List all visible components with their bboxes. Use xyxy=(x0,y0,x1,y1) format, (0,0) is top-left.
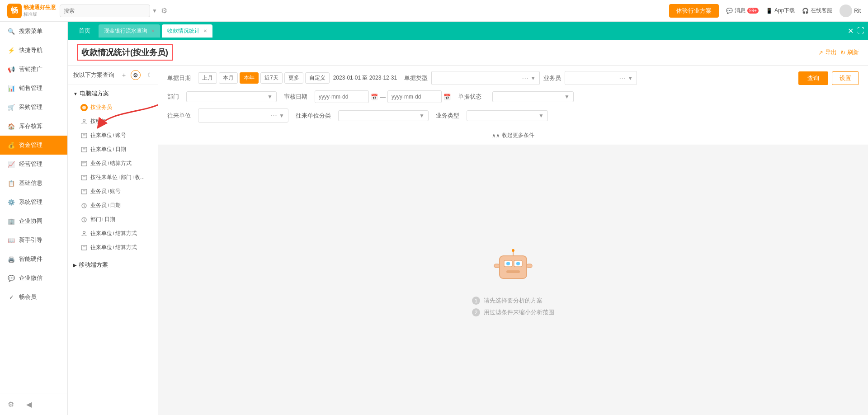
gear-scheme-btn[interactable]: ⚙ xyxy=(131,70,141,80)
scheme-item-salesperson-account[interactable]: 业务员+账号 xyxy=(68,184,158,198)
counterpart-select[interactable]: ··· ▼ xyxy=(198,108,288,123)
sidebar-item-smart-hw[interactable]: 🖨️ 智能硬件 xyxy=(0,250,67,269)
sidebar-item-system[interactable]: ⚙️ 系统管理 xyxy=(0,193,67,212)
filter-row-3: 往来单位 ··· ▼ 往来单位分类 ▼ 业务类型 xyxy=(167,108,859,123)
date-btn-this-month[interactable]: 本月 xyxy=(219,72,238,84)
tab-collect-stats[interactable]: 收款情况统计 ✕ xyxy=(162,24,212,38)
sales-icon: 📊 xyxy=(7,84,15,92)
collapse-panel-btn[interactable]: 《 xyxy=(142,70,152,80)
top-search-area: ▼ ⚙ xyxy=(60,5,167,17)
scheme-item-counterpart-date[interactable]: 往来单位+日期 xyxy=(68,142,158,156)
scheme-group-mobile-header[interactable]: ▶ 移动端方案 xyxy=(68,258,158,272)
scheme-item-counterpart-settlement1[interactable]: 往来单位+结算方式 xyxy=(68,226,158,241)
gear-settings-icon[interactable]: ⚙ xyxy=(161,6,167,15)
member-icon: ✓ xyxy=(7,293,15,301)
collapse-filter-btn[interactable]: ∧∧ 收起更多条件 xyxy=(492,132,534,139)
tab-close-bank-flow[interactable]: ✕ xyxy=(151,28,155,33)
logo-area: 畅 畅捷通好生意 标准版 xyxy=(7,4,56,18)
sidebar-item-marketing[interactable]: 📢 营销推广 xyxy=(0,60,67,79)
search-input[interactable] xyxy=(60,5,150,17)
voucher-type-more[interactable]: ··· xyxy=(522,73,528,83)
biz-type-select[interactable]: ▼ xyxy=(467,110,548,121)
sidebar-item-search-menu[interactable]: 🔍 搜索菜单 xyxy=(0,22,67,41)
scheme-item-by-detail[interactable]: 按明细 xyxy=(68,114,158,128)
scheme-group-mobile: ▶ 移动端方案 xyxy=(68,256,158,274)
scheme-item-counterpart-settlement2[interactable]: 往来单位+结算方式 xyxy=(68,241,158,255)
voucher-type-select[interactable]: ··· ▼ xyxy=(431,71,540,85)
sidebar-item-sales[interactable]: 📊 销售管理 xyxy=(0,79,67,98)
app-download-item[interactable]: 📱 App下载 xyxy=(766,7,795,14)
counterpart-dept-icon xyxy=(80,174,88,181)
voucher-status-arrow: ▼ xyxy=(564,94,570,100)
counterpart-settlement2-icon xyxy=(80,244,88,251)
scheme-item-counterpart-dept-collect[interactable]: 按往来单位+部门+收... xyxy=(68,170,158,184)
page-actions: ↗ 导出 ↻ 刷新 xyxy=(818,48,859,57)
svg-point-25 xyxy=(506,262,510,265)
date-btn-this-year[interactable]: 本年 xyxy=(240,72,259,84)
query-btn[interactable]: 查询 xyxy=(798,71,828,85)
message-item[interactable]: 💬 消息 99+ xyxy=(726,7,759,14)
empty-robot-icon xyxy=(491,242,536,288)
tab-close-all-btn[interactable]: ✕ xyxy=(848,27,854,35)
label-review-date: 审核日期 xyxy=(284,93,307,101)
counterpart-more[interactable]: ··· xyxy=(270,111,277,120)
dropdown-arrow-icon[interactable]: ▼ xyxy=(152,8,157,14)
refresh-btn[interactable]: ↻ 刷新 xyxy=(840,48,859,57)
voucher-status-select[interactable]: ▼ xyxy=(492,91,574,102)
sidebar-collapse-btn[interactable]: ◀ xyxy=(22,397,36,411)
scheme-item-salesperson-date[interactable]: 业务员+日期 xyxy=(68,198,158,212)
tab-close-collect-stats[interactable]: ✕ xyxy=(203,28,207,33)
calendar-icon-end[interactable]: 📅 xyxy=(443,94,451,100)
date-btn-last-7[interactable]: 近7天 xyxy=(260,72,283,84)
add-scheme-btn[interactable]: + xyxy=(119,70,129,80)
sidebar-settings-btn[interactable]: ⚙ xyxy=(4,397,18,411)
label-salesperson: 业务员 xyxy=(543,74,561,82)
date-separator: — xyxy=(380,94,386,100)
dept-select[interactable]: ▼ xyxy=(186,91,277,102)
salesperson-select[interactable]: ··· ▼ xyxy=(565,71,637,85)
collapse-icon: ∧∧ xyxy=(492,132,500,139)
trial-btn[interactable]: 体验行业方案 xyxy=(669,4,719,18)
sidebar-item-quick-nav[interactable]: ⚡ 快捷导航 xyxy=(0,41,67,60)
sidebar-item-member[interactable]: ✓ 畅会员 xyxy=(0,288,67,307)
sidebar-item-purchase[interactable]: 🛒 采购管理 xyxy=(0,98,67,117)
scheme-group-pc-header[interactable]: ▼ 电脑端方案 xyxy=(68,87,158,100)
tab-home[interactable]: 首页 xyxy=(71,23,98,38)
set-btn[interactable]: 设置 xyxy=(832,71,859,85)
sidebar-item-basic-info[interactable]: 📋 基础信息 xyxy=(0,174,67,193)
svg-rect-30 xyxy=(494,264,500,268)
review-date-end[interactable] xyxy=(387,90,442,103)
sidebar-item-inventory[interactable]: 🏠 库存核算 xyxy=(0,117,67,136)
salesperson-account-icon xyxy=(80,188,88,195)
scheme-item-dept-date[interactable]: 部门+日期 xyxy=(68,212,158,226)
content-area: 首页 现金银行流水查询 ✕ 收款情况统计 ✕ ✕ ⛶ 收款情况统计(按业务员) … xyxy=(68,22,868,415)
group-expand-icon: ▼ xyxy=(73,91,78,96)
salesperson-more[interactable]: ··· xyxy=(619,73,626,83)
sidebar-item-corp-wechat[interactable]: 💬 企业微信 xyxy=(0,269,67,288)
date-btn-custom[interactable]: 自定义 xyxy=(305,72,330,84)
user-item[interactable]: Rit xyxy=(840,5,861,17)
calendar-icon-start[interactable]: 📅 xyxy=(371,94,378,100)
right-panel: 单据日期 上月 本月 本年 近7天 更多 自定义 2023-01-01 至 20… xyxy=(158,66,868,415)
scheme-item-by-salesperson[interactable]: 按业务员 xyxy=(68,100,158,114)
top-bar-icons: 体验行业方案 💬 消息 99+ 📱 App下载 🎧 在线客服 Rit xyxy=(669,4,861,18)
sidebar-item-operations[interactable]: 📈 经营管理 xyxy=(0,155,67,174)
tab-bank-flow[interactable]: 现金银行流水查询 ✕ xyxy=(99,24,160,38)
export-btn[interactable]: ↗ 导出 xyxy=(818,48,837,57)
search-icon: 🔍 xyxy=(7,27,15,35)
date-btn-more[interactable]: 更多 xyxy=(284,72,303,84)
download-icon: 📱 xyxy=(766,8,773,14)
online-service-item[interactable]: 🎧 在线客服 xyxy=(802,7,832,14)
sidebar-item-beginner[interactable]: 📖 新手引导 xyxy=(0,231,67,250)
scheme-item-counterpart-account[interactable]: 往来单位+账号 xyxy=(68,128,158,142)
review-date-start[interactable] xyxy=(315,90,369,103)
sidebar-bottom: ⚙ ◀ xyxy=(0,393,67,415)
headset-icon: 🎧 xyxy=(802,8,809,14)
tab-maximize-btn[interactable]: ⛶ xyxy=(857,27,864,35)
sidebar-item-corp-collab[interactable]: 🏢 企业协同 xyxy=(0,212,67,231)
counterpart-category-select[interactable]: ▼ xyxy=(338,110,429,121)
date-btn-last-month[interactable]: 上月 xyxy=(198,72,217,84)
sidebar-item-finance[interactable]: 💰 资金管理 xyxy=(0,136,67,155)
scheme-item-salesperson-settlement[interactable]: 业务员+结算方式 xyxy=(68,156,158,170)
refresh-icon: ↻ xyxy=(840,49,845,56)
